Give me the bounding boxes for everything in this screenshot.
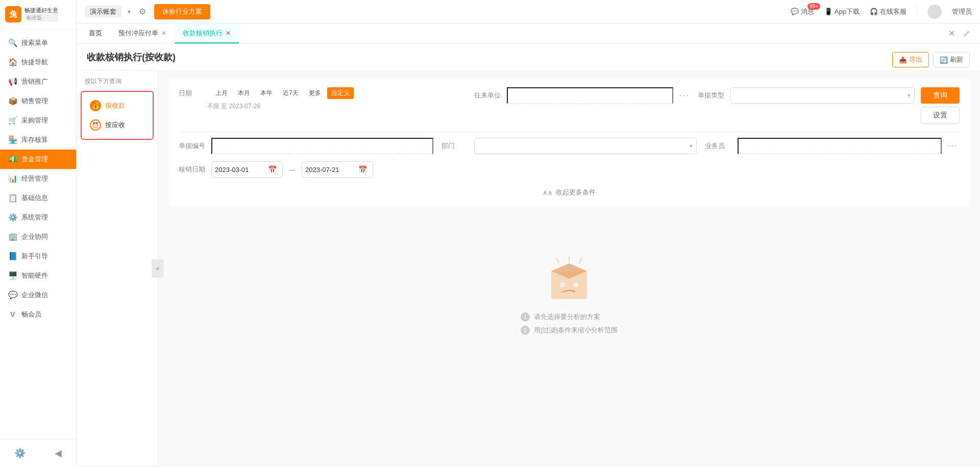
- app-version: 标准版: [24, 14, 58, 22]
- sidebar-item-sales[interactable]: 📦 销售管理: [0, 91, 76, 111]
- industry-plan-button[interactable]: 休验行业方案: [154, 4, 210, 19]
- sidebar-item-hardware[interactable]: 🖥️ 智能硬件: [0, 266, 76, 285]
- dept-label: 部门: [442, 141, 470, 151]
- date-range-text-row: 不限 至 2023-07-26: [179, 102, 468, 111]
- hint-text-1: 请先选择要分析的方案: [534, 312, 600, 322]
- tab-home[interactable]: 首页: [81, 23, 110, 43]
- sidebar-item-member[interactable]: V 畅会员: [0, 305, 76, 324]
- settings-gear-icon: ⚙️: [14, 448, 26, 459]
- date-tab-7days[interactable]: 近7天: [279, 87, 303, 99]
- query-form: 日期 上月 本月 本年 近7天 更多 自定义: [168, 79, 970, 206]
- tab-receipt-offset-label: 收款核销执行: [183, 29, 223, 38]
- sidebar-item-guide[interactable]: 📘 新手引导: [0, 247, 76, 266]
- sidebar-bottom-collapse[interactable]: ◀: [51, 444, 66, 463]
- sidebar-item-finance[interactable]: 💵 资金管理: [0, 150, 76, 169]
- sidebar-bottom-settings[interactable]: ⚙️: [10, 444, 30, 463]
- offset-date-start-calendar-icon[interactable]: 📅: [268, 165, 277, 174]
- date-tab-more[interactable]: 更多: [305, 87, 325, 99]
- sidebar-label-enterprise: 企业协同: [21, 232, 48, 241]
- date-range-text: 不限 至 2023-07-26: [207, 102, 260, 111]
- sidebar-item-enterprise[interactable]: 🏢 企业协同: [0, 227, 76, 247]
- offset-date-end-input[interactable]: [305, 166, 356, 174]
- topbar-divider: [917, 7, 917, 17]
- receipt-icon: 💰: [90, 100, 101, 111]
- sidebar-label-purchase: 采购管理: [21, 116, 48, 125]
- salesperson-more-icon[interactable]: ···: [946, 141, 960, 151]
- doc-no-field: 单据编号: [179, 138, 433, 154]
- tab-receipt-offset[interactable]: 收款核销执行 ✕: [175, 23, 239, 43]
- offset-date-field: 核销日期 📅 — 📅: [179, 161, 373, 178]
- salesperson-label: 业务员: [705, 141, 733, 151]
- sidebar-label-finance: 资金管理: [21, 155, 48, 164]
- app-download-icon: 📱: [824, 8, 832, 15]
- sidebar-bottom: ⚙️ ◀: [0, 439, 76, 467]
- form-buttons: 查询 设置: [921, 87, 960, 124]
- refresh-button[interactable]: 🔄 刷新: [933, 52, 970, 67]
- offset-date-end-calendar-icon[interactable]: 📅: [358, 165, 367, 174]
- tabbar-actions: ✕ ⤢: [946, 23, 976, 43]
- sidebar-label-wechat: 企业微信: [21, 290, 48, 300]
- sidebar-item-quick-nav[interactable]: 🏠 快捷导航: [0, 53, 76, 72]
- sidebar-item-basic[interactable]: 📋 基础信息: [0, 188, 76, 208]
- date-row: 日期 上月 本月 本年 近7天 更多 自定义: [179, 87, 468, 99]
- topbar-gear-icon[interactable]: ⚙: [139, 7, 146, 16]
- sidebar-label-member: 畅会员: [21, 310, 41, 319]
- sidebar-item-system[interactable]: ⚙️ 系统管理: [0, 208, 76, 227]
- sidebar-item-wechat[interactable]: 💬 企业微信: [0, 285, 76, 305]
- sidebar-item-purchase[interactable]: 🛒 采购管理: [0, 111, 76, 130]
- tab-prepay[interactable]: 预付冲应付单 ✕: [110, 23, 175, 43]
- date-tab-custom[interactable]: 自定义: [327, 87, 354, 99]
- user-avatar[interactable]: [927, 5, 942, 19]
- salesperson-input[interactable]: [738, 138, 942, 154]
- offset-date-start-input[interactable]: [215, 166, 266, 174]
- tab-expand-icon[interactable]: ⤢: [961, 27, 972, 40]
- hint-num-2: 2: [521, 326, 530, 335]
- export-button[interactable]: 📤 导出: [892, 52, 929, 67]
- tabbar: 首页 预付冲应付单 ✕ 收款核销执行 ✕ ✕ ⤢: [77, 23, 980, 44]
- sidebar-item-inventory[interactable]: 🏪 库存核算: [0, 130, 76, 150]
- counterparty-field: 往来单位 ···: [474, 87, 691, 104]
- doc-no-input[interactable]: [211, 138, 433, 154]
- sidebar: 兔 畅捷通好生意 标准版 🔍 搜索菜单 🏠 快捷导航 📢 营销推广 📦 销售管理…: [0, 0, 77, 467]
- doc-type-select[interactable]: [730, 87, 915, 104]
- purchase-icon: 🛒: [8, 116, 17, 125]
- finance-icon: 💵: [8, 155, 17, 164]
- page-actions: 📤 导出 🔄 刷新: [892, 51, 970, 67]
- counterparty-input[interactable]: [507, 87, 673, 104]
- empty-hint-1: 1 请先选择要分析的方案: [521, 312, 600, 322]
- filter-option-receipt[interactable]: 💰 按收款: [85, 96, 150, 115]
- collapse-more-btn[interactable]: ∧∧ 收起更多条件: [179, 185, 960, 202]
- hint-text-2: 用[过滤]条件来缩小分析范围: [534, 326, 617, 335]
- counterparty-more-icon[interactable]: ···: [677, 91, 691, 100]
- message-badge: 99+: [807, 3, 820, 10]
- date-tab-this-year[interactable]: 本年: [256, 87, 277, 99]
- settings-button[interactable]: 设置: [921, 107, 960, 124]
- filter-option-receivable[interactable]: ⏰ 按应收: [85, 115, 150, 135]
- dept-field: 部门 ▾: [442, 138, 696, 154]
- tab-close-all-icon[interactable]: ✕: [946, 27, 957, 40]
- operation-icon: 📊: [8, 174, 17, 183]
- message-btn[interactable]: 💬 消息 99+: [791, 7, 814, 16]
- app-download-btn[interactable]: 📱 App下载: [824, 7, 860, 16]
- tab-prepay-close[interactable]: ✕: [161, 30, 166, 37]
- company-dropdown-icon[interactable]: ▾: [128, 8, 131, 15]
- date-tab-this-month[interactable]: 本月: [234, 87, 254, 99]
- collapse-chevron-icon: «: [156, 265, 160, 272]
- sales-icon: 📦: [8, 96, 17, 106]
- search-icon: 🔍: [8, 38, 17, 47]
- sidebar-label-operation: 经营管理: [21, 174, 48, 183]
- dept-select[interactable]: [474, 138, 696, 154]
- sidebar-item-marketing[interactable]: 📢 营销推广: [0, 72, 76, 91]
- sidebar-item-search[interactable]: 🔍 搜索菜单: [0, 33, 76, 53]
- offset-date-end-wrap: 📅: [302, 161, 373, 178]
- guide-icon: 📘: [8, 252, 17, 261]
- query-button[interactable]: 查询: [921, 87, 960, 104]
- export-label: 导出: [909, 55, 922, 64]
- tab-receipt-offset-close[interactable]: ✕: [226, 30, 231, 37]
- topbar: 演示账套 ▾ ⚙ 休验行业方案 💬 消息 99+ 📱 App下载 🎧 在线客服 …: [77, 0, 980, 23]
- inventory-icon: 🏪: [8, 135, 17, 144]
- sidebar-item-operation[interactable]: 📊 经营管理: [0, 169, 76, 188]
- filter-panel-collapse-btn[interactable]: «: [152, 259, 164, 278]
- online-service-btn[interactable]: 🎧 在线客服: [870, 7, 906, 16]
- date-tab-last-month[interactable]: 上月: [211, 87, 232, 99]
